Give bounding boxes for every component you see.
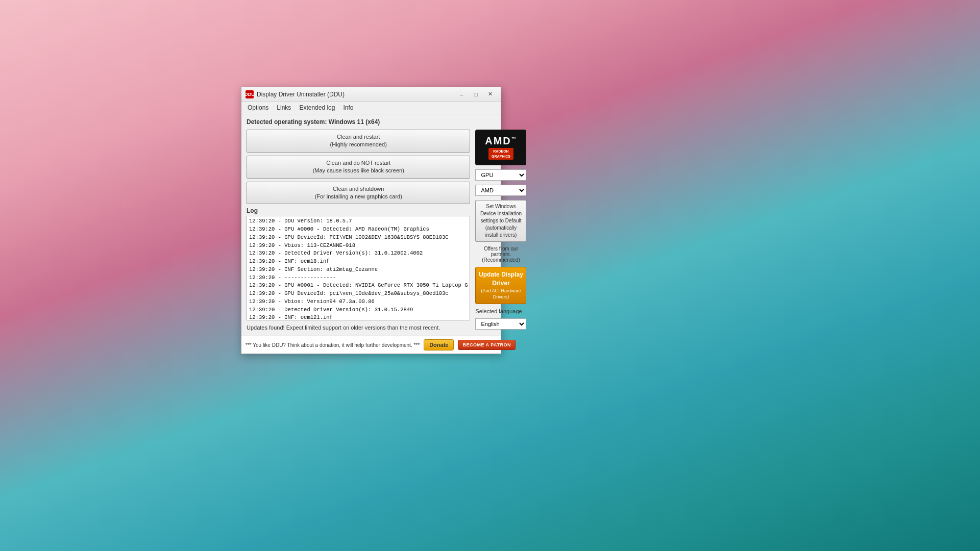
log-line: 12:39:20 - INF Section: ati2mtag_Cezanne (248, 266, 469, 274)
log-line: 12:39:20 - Detected Driver Version(s): 3… (248, 306, 469, 314)
vendor-dropdown[interactable]: AMD NVIDIA Intel (475, 185, 526, 196)
main-window: DDU Display Driver Uninstaller (DDU) – □… (241, 87, 501, 354)
log-line: 12:39:20 - GPU DeviceId: pci\ven_10de&de… (248, 290, 469, 298)
offers-label: Offers from our partners. (Recommended) (475, 246, 526, 263)
log-line: 12:39:20 - GPU DeviceId: PCI\VEN_1002&DE… (248, 234, 469, 242)
app-icon: DDU (246, 90, 254, 98)
log-line: 12:39:20 - Vbios: 113-CEZANNE-018 (248, 242, 469, 250)
donation-text: *** You like DDU? Think about a donation… (246, 342, 420, 348)
titlebar-controls: – □ ✕ (455, 89, 497, 99)
log-line: 12:39:20 - INF: oem121.inf (248, 314, 469, 320)
language-label: Selected language (475, 308, 522, 314)
log-line: 12:39:20 - DDU Version: 18.0.5.7 (248, 217, 469, 226)
donation-bar: *** You like DDU? Think about a donation… (241, 336, 501, 354)
close-button[interactable]: ✕ (483, 89, 497, 99)
window-title: Display Driver Uninstaller (DDU) (257, 91, 455, 98)
main-layout: Clean and restart (Highly recommended) C… (247, 130, 496, 332)
vendor-dropdown-row: AMD NVIDIA Intel (475, 185, 526, 196)
amd-brand-text: AMD™ (485, 135, 517, 147)
log-line: 12:39:20 - Vbios: Version94 07.3a.00.86 (248, 298, 469, 306)
menu-links[interactable]: Links (273, 103, 295, 113)
log-label: Log (247, 207, 470, 214)
language-dropdown[interactable]: English French German Spanish (475, 318, 526, 330)
right-panel: AMD™ RADEON GRAPHICS GPU Audio CPU Chips… (475, 130, 526, 332)
status-bar: Updates found! Expect limited support on… (247, 323, 470, 332)
minimize-button[interactable]: – (455, 89, 468, 99)
clean-shutdown-button[interactable]: Clean and shutdown (For installing a new… (247, 182, 470, 205)
log-line: 12:39:20 - GPU #0000 - Detected: AMD Rad… (248, 226, 469, 234)
titlebar: DDU Display Driver Uninstaller (DDU) – □… (241, 87, 501, 102)
detected-os-line: Detected operating system: Windows 11 (x… (247, 118, 496, 126)
device-type-dropdown[interactable]: GPU Audio CPU Chipset (475, 169, 526, 181)
tm-symbol: ™ (511, 137, 517, 142)
maximize-button[interactable]: □ (469, 89, 482, 99)
patron-button[interactable]: BECOME A PATRON (458, 340, 516, 350)
left-panel: Clean and restart (Highly recommended) C… (247, 130, 470, 332)
clean-restart-button[interactable]: Clean and restart (Highly recommended) (247, 130, 470, 153)
donate-button[interactable]: Donate (424, 339, 454, 350)
log-container[interactable]: 12:39:20 - DDU Version: 18.0.5.712:39:20… (247, 216, 470, 320)
log-line: 12:39:20 - ---------------- (248, 274, 469, 282)
menu-options[interactable]: Options (243, 103, 273, 113)
log-line: 12:39:20 - Detected Driver Version(s): 3… (248, 249, 469, 258)
clean-no-restart-button[interactable]: Clean and do NOT restart (May cause issu… (247, 156, 470, 179)
radeon-badge: RADEON GRAPHICS (488, 148, 513, 159)
log-line: 12:39:20 - INF: oem18.inf (248, 258, 469, 266)
language-dropdown-row: English French German Spanish (475, 318, 526, 330)
menu-extended-log[interactable]: Extended log (295, 103, 339, 113)
menubar: Options Links Extended log Info (241, 102, 501, 114)
device-type-dropdown-row: GPU Audio CPU Chipset (475, 169, 526, 181)
content-area: Detected operating system: Windows 11 (x… (241, 114, 501, 336)
update-driver-button[interactable]: Update Display Driver (And ALL Hardware … (475, 267, 526, 304)
device-settings-button[interactable]: Set Windows Device Installation settings… (475, 200, 526, 242)
amd-logo: AMD™ RADEON GRAPHICS (475, 130, 526, 165)
menu-info[interactable]: Info (339, 103, 357, 113)
log-line: 12:39:20 - GPU #0001 - Detected: NVIDIA … (248, 282, 469, 290)
